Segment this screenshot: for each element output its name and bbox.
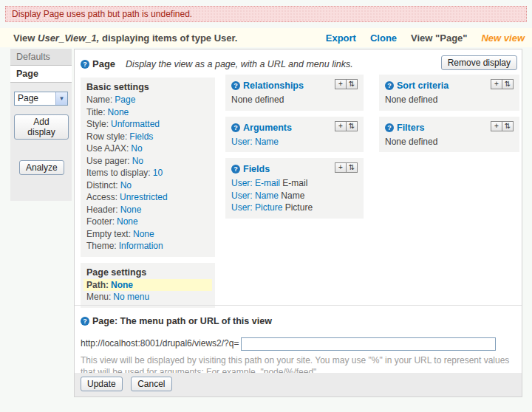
view-header: View User_View_1, displaying items of ty… [0,28,532,47]
add-icon[interactable]: + [335,121,347,131]
setting-row: Title:None [86,106,209,119]
fields-title-link[interactable]: Fields [243,164,270,174]
chevron-down-icon[interactable]: ▼ [55,92,67,105]
setting-style-link[interactable]: Unformatted [111,119,160,129]
remove-display-button[interactable]: Remove display [441,55,517,70]
argument-link[interactable]: User: Name [231,137,279,147]
new-view-link[interactable]: New view [481,32,525,44]
relationships-empty: None defined [231,94,358,106]
setting-row: Distinct:No [86,179,209,192]
view-title-suffix: displaying items of type User. [99,32,237,44]
setting-row: Header:None [86,204,209,216]
setting-title-link[interactable]: None [108,107,129,117]
setting-distinct-link[interactable]: No [120,180,132,190]
arguments-title-link[interactable]: Arguments [243,123,292,133]
page-settings-title: Page settings [86,267,209,279]
setting-pager-link[interactable]: No [132,156,143,166]
setting-row: Style:Unformatted [86,118,209,131]
path-input[interactable] [241,337,496,351]
arguments-panel: +⇅ ?Arguments User: Name [225,117,364,153]
add-display-button[interactable]: Add display [14,114,69,140]
help-icon[interactable]: ? [385,81,394,90]
help-icon[interactable]: ? [231,165,240,174]
relationships-title-link[interactable]: Relationships [243,80,304,91]
setting-empty-text-link[interactable]: None [133,229,154,239]
fields-panel: +⇅ ?Fields User: E-mail E-mail User: Nam… [225,158,364,219]
filters-title-link[interactable]: Filters [397,123,425,133]
setting-items-link[interactable]: 10 [153,168,163,178]
setting-row: Row style:Fields [86,131,209,143]
sort-criteria-title-link[interactable]: Sort criteria [397,80,449,91]
rearrange-icon[interactable]: ⇅ [502,79,514,89]
rearrange-icon[interactable]: ⇅ [346,162,358,173]
field-item: User: Name Name [231,190,358,202]
setting-row: Menu:No menu [86,291,209,303]
display-editor-panel: ?PageDisplay the view as a page, with a … [74,49,522,397]
cancel-button[interactable]: Cancel [131,377,171,391]
help-icon[interactable]: ? [385,123,394,132]
analyze-button[interactable]: Analyze [19,160,64,175]
basic-settings-box: Basic settings Name:Page Title:None Styl… [81,78,215,257]
filters-panel: +⇅ ?Filters None defined [379,117,519,153]
rearrange-icon[interactable]: ⇅ [502,121,514,131]
field-item: User: Picture Picture [231,202,358,214]
add-icon[interactable]: + [335,162,347,173]
setting-ajax-link[interactable]: No [131,143,142,154]
display-sidebar: Defaults Page Page ▼ Add display Analyze [10,49,72,201]
setting-row: Name:Page [86,94,209,106]
setting-row: Access:Unrestricted [86,191,209,204]
field-link[interactable]: User: Picture [231,202,282,213]
display-title: Page [92,58,115,69]
setting-footer-link[interactable]: None [117,216,138,227]
field-link[interactable]: User: E-mail [231,178,280,188]
view-page-link[interactable]: View "Page" [411,32,467,44]
setting-row-style-link[interactable]: Fields [129,131,153,142]
help-icon[interactable]: ? [231,81,240,90]
help-icon[interactable]: ? [81,317,89,326]
add-icon[interactable]: + [335,79,347,89]
update-button[interactable]: Update [81,377,123,391]
basic-settings-title: Basic settings [86,81,209,94]
field-link[interactable]: User: Name [231,190,279,201]
url-prefix: http://localhost:8001/drupal6/views2/?q= [81,338,239,349]
add-icon[interactable]: + [491,121,502,131]
setting-header-link[interactable]: None [120,205,142,215]
setting-name-link[interactable]: Page [115,95,135,105]
export-link[interactable]: Export [326,32,356,44]
display-type-select[interactable]: Page ▼ [14,92,68,106]
sidebar-tab-page[interactable]: Page [10,66,72,83]
page-settings-box: Page settings Path:None Menu:No menu [81,263,215,308]
setting-row: Footer:None [86,216,209,228]
help-icon[interactable]: ? [231,123,240,132]
rearrange-icon[interactable]: ⇅ [346,121,358,131]
view-title: View User_View_1, displaying items of ty… [13,32,238,44]
form-actions: Update Cancel [75,373,522,396]
argument-item: User: Name [231,136,358,148]
middle-column: +⇅ ?Relationships None defined +⇅ ?Argum… [225,75,364,224]
path-form: ?Page: The menu path or URL of this view… [81,314,516,378]
error-message: Display Page uses path but path is undef… [5,6,527,22]
setting-path-link[interactable]: None [111,280,133,290]
rearrange-icon[interactable]: ⇅ [346,79,358,89]
setting-row: Items to display:10 [86,167,209,179]
clone-link[interactable]: Clone [370,32,397,44]
display-description: Display the view as a page, with a URL a… [126,59,353,69]
path-form-title: Page: The menu path or URL of this view [92,316,272,326]
setting-access-link[interactable]: Unrestricted [120,192,168,202]
sidebar-tab-defaults[interactable]: Defaults [10,49,72,66]
form-divider [75,305,522,306]
help-icon[interactable]: ? [81,60,89,69]
setting-theme-link[interactable]: Information [119,241,163,251]
setting-menu-link[interactable]: No menu [113,292,149,302]
setting-row: Empty text:None [86,228,209,241]
add-icon[interactable]: + [491,79,502,89]
filters-empty: None defined [385,136,514,148]
setting-row: Use pager:No [86,155,209,168]
view-name: User_View_1, [38,32,99,44]
display-type-select-value: Page [18,93,38,103]
view-title-prefix: View [13,32,38,44]
settings-column: Basic settings Name:Page Title:None Styl… [81,78,215,314]
setting-row: Use AJAX:No [86,143,209,155]
sort-criteria-panel: +⇅ ?Sort criteria None defined [379,75,519,111]
sort-criteria-empty: None defined [385,94,514,106]
